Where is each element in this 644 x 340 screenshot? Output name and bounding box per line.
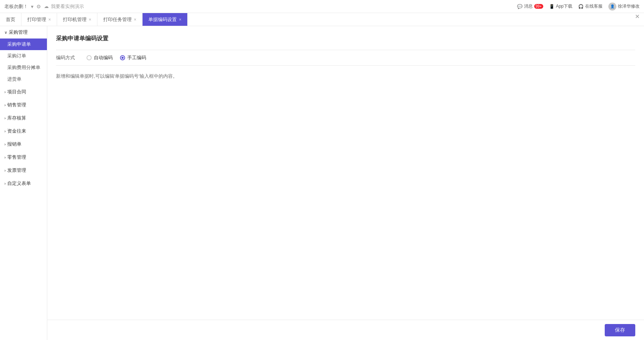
user-name: 徐泽华修改 [618, 3, 640, 9]
sidebar-group-invoice-title[interactable]: › 发票管理 [0, 164, 47, 177]
messages-badge: 99+ [534, 4, 543, 9]
brand-text[interactable]: 老板勿删！ [4, 3, 28, 10]
search-text: 我要看实例演示 [51, 3, 84, 10]
save-button[interactable]: 保存 [605, 324, 635, 336]
radio-group: 自动编码 手工编码 [87, 54, 146, 61]
tab-print-task-mgmt-close[interactable]: × [134, 17, 136, 22]
tab-printer-mgmt-close[interactable]: × [89, 17, 91, 22]
sidebar-group-inventory-label: 库存核算 [7, 115, 26, 121]
tab-print-mgmt-label: 打印管理 [27, 16, 46, 23]
sidebar: ∨ 采购管理 采购申请单 采购订单 采购费用分摊单 进货单 › 项目合同 [0, 26, 47, 340]
sidebar-group-retail-title[interactable]: › 零售管理 [0, 151, 47, 163]
app-icon: 📱 [549, 4, 555, 9]
top-bar-left: 老板勿删！ ▾ ⚙ ☁ 我要看实例演示 [4, 3, 84, 10]
page-title: 采购申请单编码设置 [56, 35, 635, 42]
sidebar-group-purchase-title[interactable]: ∨ 采购管理 [0, 26, 47, 39]
tab-single-code-settings[interactable]: 单据编码设置 × [143, 13, 188, 26]
tab-printer-mgmt[interactable]: 打印机管理 × [57, 13, 97, 26]
sidebar-group-inventory-title[interactable]: › 库存核算 [0, 112, 47, 124]
top-bar-right: 💬 消息 99+ 📱 App下载 🎧 在线客服 👤 徐泽华修改 [517, 3, 640, 11]
window-close-button[interactable]: ✕ [631, 13, 644, 26]
sidebar-group-custom: › 自定义表单 [0, 177, 47, 190]
tab-printer-mgmt-label: 打印机管理 [63, 16, 87, 23]
tab-home[interactable]: 首页 [0, 13, 21, 26]
radio-manual-label: 手工编码 [127, 54, 146, 61]
online-service-button[interactable]: 🎧 在线客服 [578, 3, 603, 9]
tab-print-mgmt-close[interactable]: × [48, 17, 51, 22]
tab-print-mgmt[interactable]: 打印管理 × [21, 13, 57, 26]
chevron-down-icon: ∨ [4, 30, 7, 35]
radio-auto-label: 自动编码 [94, 54, 113, 61]
sidebar-group-returns: › 报销单 [0, 138, 47, 150]
hint-text: 新增和编辑单据时,可以编辑'单据编码号'输入框中的内容。 [56, 73, 635, 80]
sidebar-group-sales-title[interactable]: › 销售管理 [0, 99, 47, 111]
sidebar-group-fund: › 资金往来 [0, 125, 47, 137]
sidebar-item-purchase-expense[interactable]: 采购费用分摊单 [0, 62, 47, 73]
top-bar: 老板勿删！ ▾ ⚙ ☁ 我要看实例演示 💬 消息 99+ 📱 App下载 🎧 在… [0, 0, 644, 13]
app-download-label: App下载 [556, 3, 572, 9]
encoding-method-label: 编码方式 [56, 54, 78, 61]
radio-auto-circle [87, 55, 92, 60]
content-inner: 采购申请单编码设置 编码方式 自动编码 手工编码 [47, 26, 644, 320]
messages-button[interactable]: 💬 消息 99+ [517, 3, 543, 9]
app-download-button[interactable]: 📱 App下载 [549, 3, 572, 9]
chevron-right-icon-3: › [4, 116, 6, 120]
sidebar-group-custom-title[interactable]: › 自定义表单 [0, 177, 47, 190]
sidebar-group-project-label: 项目合同 [7, 89, 26, 95]
tab-print-task-mgmt-label: 打印任务管理 [103, 16, 132, 23]
sidebar-group-retail: › 零售管理 [0, 151, 47, 163]
radio-manual[interactable]: 手工编码 [120, 54, 146, 61]
messages-label: 消息 [524, 3, 533, 9]
cloud-icon: ☁ [44, 4, 49, 9]
sidebar-item-purchase-request[interactable]: 采购申请单 [0, 39, 47, 50]
dropdown-icon[interactable]: ▾ [31, 4, 33, 9]
sidebar-group-fund-label: 资金往来 [7, 128, 26, 134]
user-menu[interactable]: 👤 徐泽华修改 [608, 3, 640, 11]
tab-single-code-close[interactable]: × [179, 17, 181, 22]
sidebar-group-returns-title[interactable]: › 报销单 [0, 138, 47, 150]
tab-print-task-mgmt[interactable]: 打印任务管理 × [97, 13, 143, 26]
sidebar-group-returns-label: 报销单 [7, 141, 21, 147]
chevron-right-icon-4: › [4, 129, 6, 133]
tab-bar: 首页 打印管理 × 打印机管理 × 打印任务管理 × 单据编码设置 × ✕ [0, 13, 644, 26]
sidebar-group-purchase: ∨ 采购管理 采购申请单 采购订单 采购费用分摊单 进货单 [0, 26, 47, 85]
bottom-bar: 保存 [47, 320, 644, 340]
chevron-right-icon-6: › [4, 155, 6, 159]
sidebar-item-goods-receipt[interactable]: 进货单 [0, 73, 47, 85]
sidebar-group-project-title[interactable]: › 项目合同 [0, 86, 47, 98]
chevron-right-icon-5: › [4, 142, 6, 146]
radio-manual-circle [120, 55, 125, 60]
encoding-method-row: 编码方式 自动编码 手工编码 [56, 50, 635, 66]
sidebar-group-invoice-label: 发票管理 [7, 167, 26, 174]
tab-single-code-label: 单据编码设置 [148, 16, 177, 23]
sidebar-group-fund-title[interactable]: › 资金往来 [0, 125, 47, 137]
sidebar-group-invoice: › 发票管理 [0, 164, 47, 177]
sidebar-group-sales-label: 销售管理 [7, 102, 26, 108]
chevron-right-icon-2: › [4, 103, 6, 107]
chevron-right-icon: › [4, 90, 6, 94]
sidebar-group-retail-label: 零售管理 [7, 154, 26, 161]
chevron-right-icon-8: › [4, 181, 6, 186]
message-icon: 💬 [517, 4, 523, 9]
main-layout: ∨ 采购管理 采购申请单 采购订单 采购费用分摊单 进货单 › 项目合同 [0, 26, 644, 340]
search-bar[interactable]: ☁ 我要看实例演示 [44, 3, 84, 10]
sidebar-group-sales: › 销售管理 [0, 99, 47, 111]
tab-home-label: 首页 [6, 16, 15, 23]
sidebar-group-project: › 项目合同 [0, 86, 47, 98]
settings-icon[interactable]: ⚙ [36, 4, 41, 9]
sidebar-group-custom-label: 自定义表单 [7, 180, 31, 187]
avatar: 👤 [608, 3, 616, 11]
radio-auto[interactable]: 自动编码 [87, 54, 113, 61]
service-icon: 🎧 [578, 4, 584, 9]
sidebar-group-inventory: › 库存核算 [0, 112, 47, 124]
chevron-right-icon-7: › [4, 168, 6, 173]
sidebar-group-purchase-label: 采购管理 [9, 29, 28, 36]
sidebar-item-purchase-order[interactable]: 采购订单 [0, 50, 47, 62]
online-service-label: 在线客服 [585, 3, 603, 9]
content-area: 采购申请单编码设置 编码方式 自动编码 手工编码 [47, 26, 644, 340]
